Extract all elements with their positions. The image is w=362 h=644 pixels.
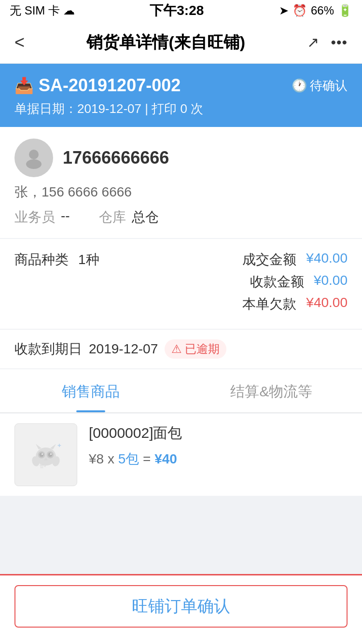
amount-value: ¥40.00 bbox=[306, 251, 348, 269]
svg-point-0 bbox=[29, 150, 39, 159]
inbox-icon: 📥 bbox=[14, 76, 34, 95]
product-name: [0000002]面包 bbox=[89, 423, 348, 443]
products-section: + 管+ [0000002]面包 ¥8 x 5包 = ¥40 bbox=[0, 414, 362, 496]
warehouse-field: 仓库 总仓 bbox=[99, 208, 159, 226]
status-bar-left: 无 SIM 卡 ☁ bbox=[10, 3, 75, 18]
product-qty: 5包 bbox=[118, 451, 139, 466]
back-button[interactable]: < bbox=[14, 32, 25, 53]
type-label: 商品种类 bbox=[14, 251, 69, 269]
product-unit-price: ¥8 bbox=[89, 451, 104, 466]
battery-status: 66% bbox=[311, 4, 334, 17]
due-label: 收款到期日 bbox=[14, 340, 82, 358]
svg-marker-10 bbox=[36, 444, 42, 449]
more-icon[interactable]: ••• bbox=[331, 34, 348, 51]
product-thumb-owl: + 管+ bbox=[27, 440, 65, 469]
amount-label: 成交金额 bbox=[242, 251, 296, 269]
svg-point-8 bbox=[50, 453, 52, 455]
order-status: 🕐 待确认 bbox=[292, 77, 348, 94]
order-id: 📥 SA-20191207-002 bbox=[14, 75, 181, 96]
product-info: [0000002]面包 ¥8 x 5包 = ¥40 bbox=[89, 423, 348, 468]
order-id-row: 📥 SA-20191207-002 🕐 待确认 bbox=[14, 75, 348, 96]
salesman-field: 业务员 -- bbox=[14, 208, 70, 226]
svg-text:管+: 管+ bbox=[40, 464, 46, 469]
order-header: 📥 SA-20191207-002 🕐 待确认 单据日期：2019-12-07 … bbox=[0, 64, 362, 127]
customer-sub-info: 张，156 6666 6666 bbox=[14, 183, 348, 201]
type-value: 1种 bbox=[78, 251, 99, 269]
avatar bbox=[14, 139, 53, 177]
summary-section: 商品种类 1种 成交金额 ¥40.00 收款金额 ¥0.00 本单欠款 ¥40.… bbox=[0, 239, 362, 329]
tab-sales-products[interactable]: 销售商品 bbox=[0, 369, 181, 412]
salesman-label: 业务员 bbox=[14, 208, 55, 226]
nav-actions: ↗︎ ••• bbox=[307, 34, 348, 51]
nav-bar: < 销货单详情(来自旺铺) ↗︎ ••• bbox=[0, 21, 362, 64]
salesman-value: -- bbox=[61, 208, 70, 226]
tabs-section: 销售商品 结算&物流等 bbox=[0, 369, 362, 413]
overdue-text: 已逾期 bbox=[185, 341, 220, 357]
customer-phone: 17666666666 bbox=[63, 148, 169, 168]
svg-point-6 bbox=[48, 453, 53, 457]
summary-left: 商品种类 1种 bbox=[14, 251, 99, 269]
sim-status: 无 SIM 卡 ☁ bbox=[10, 3, 75, 18]
warehouse-value: 总仓 bbox=[132, 208, 159, 226]
svg-point-7 bbox=[42, 453, 43, 455]
avatar-icon bbox=[22, 146, 46, 170]
svg-text:+: + bbox=[57, 442, 61, 449]
customer-meta: 业务员 -- 仓库 总仓 bbox=[14, 208, 348, 226]
clock-icon: 🕐 bbox=[292, 78, 307, 93]
product-price-row: ¥8 x 5包 = ¥40 bbox=[89, 450, 348, 468]
order-date-row: 单据日期：2019-12-07 | 打印 0 次 bbox=[14, 100, 348, 117]
tab-settlement[interactable]: 结算&物流等 bbox=[181, 369, 362, 412]
status-bar-time: 下午3:28 bbox=[150, 1, 204, 20]
export-icon[interactable]: ↗︎ bbox=[307, 34, 319, 51]
svg-point-5 bbox=[40, 453, 44, 457]
battery-icon: 🔋 bbox=[338, 4, 352, 17]
amount-row: 成交金额 ¥40.00 bbox=[242, 251, 348, 269]
bottom-bar: 旺铺订单确认 bbox=[0, 574, 362, 644]
received-label: 收款金额 bbox=[250, 273, 304, 291]
owed-row: 本单欠款 ¥40.00 bbox=[242, 295, 348, 313]
wangpu-confirm-button[interactable]: 旺铺订单确认 bbox=[14, 585, 348, 628]
svg-point-1 bbox=[26, 159, 42, 169]
status-bar: 无 SIM 卡 ☁ 下午3:28 ➤ ⏰ 66% 🔋 bbox=[0, 0, 362, 21]
due-date: 2019-12-07 bbox=[89, 341, 158, 357]
status-bar-right: ➤ ⏰ 66% 🔋 bbox=[279, 4, 352, 17]
location-icon: ➤ bbox=[279, 4, 289, 17]
product-item: + 管+ [0000002]面包 ¥8 x 5包 = ¥40 bbox=[14, 423, 348, 486]
warning-icon: ⚠ bbox=[171, 342, 182, 356]
customer-row: 17666666666 bbox=[14, 139, 348, 177]
svg-marker-11 bbox=[50, 444, 56, 449]
page-title: 销货单详情(来自旺铺) bbox=[86, 31, 245, 54]
product-total: ¥40 bbox=[154, 451, 177, 466]
product-type-row: 商品种类 1种 bbox=[14, 251, 99, 269]
customer-section: 17666666666 张，156 6666 6666 业务员 -- 仓库 总仓 bbox=[0, 127, 362, 238]
owed-value: ¥40.00 bbox=[306, 295, 348, 313]
owed-label: 本单欠款 bbox=[242, 295, 296, 313]
overdue-badge: ⚠ 已逾期 bbox=[165, 339, 226, 359]
due-date-section: 收款到期日 2019-12-07 ⚠ 已逾期 bbox=[0, 330, 362, 368]
received-value: ¥0.00 bbox=[314, 273, 348, 291]
product-thumbnail: + 管+ bbox=[14, 423, 77, 486]
equals-sign: = bbox=[143, 451, 154, 466]
alarm-icon: ⏰ bbox=[292, 4, 307, 17]
summary-right: 成交金额 ¥40.00 收款金额 ¥0.00 本单欠款 ¥40.00 bbox=[242, 251, 348, 317]
multiply-sign: x bbox=[108, 451, 118, 466]
received-row: 收款金额 ¥0.00 bbox=[242, 273, 348, 291]
warehouse-label: 仓库 bbox=[99, 208, 126, 226]
